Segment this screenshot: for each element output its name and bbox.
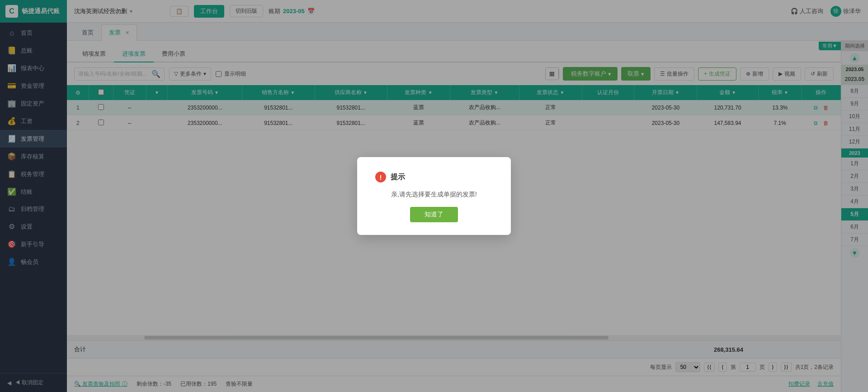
modal-overlay: ! 提示 亲,请先选择要生成单据的发票! 知道了: [0, 0, 868, 392]
modal-title: 提示: [391, 172, 405, 182]
modal-title-row: ! 提示: [375, 172, 405, 182]
modal-dialog: ! 提示 亲,请先选择要生成单据的发票! 知道了: [357, 157, 511, 235]
modal-body: 亲,请先选择要生成单据的发票!: [391, 191, 477, 199]
modal-confirm-btn[interactable]: 知道了: [410, 207, 458, 222]
modal-warn-icon: !: [375, 172, 386, 182]
